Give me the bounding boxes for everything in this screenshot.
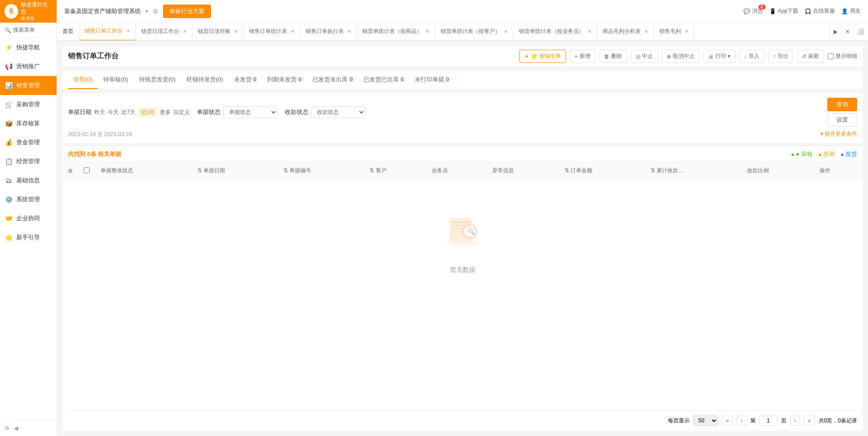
sidebar-item-sales[interactable]: 📊 销售管理 <box>0 76 57 95</box>
sub-tab-wangpu[interactable]: 旺铺待发货(0) <box>181 71 229 89</box>
tab-home[interactable]: 首页 <box>57 23 79 41</box>
online-service-button[interactable]: 🎧 在线客服 <box>805 7 835 15</box>
tab-profit-analysis-close[interactable]: ✕ <box>644 29 648 34</box>
review-button[interactable]: ● ● 审核 <box>791 150 813 158</box>
prev-page-button[interactable]: ‹ <box>737 416 747 426</box>
tab-sales-by-staff[interactable]: 销货单统计表（按业务员） ✕ <box>513 23 597 41</box>
lightning-icon: ⚡ <box>5 44 13 51</box>
tab-maximize-button[interactable]: ⬜ <box>854 23 868 41</box>
print-button[interactable]: 🖨 打印 ▾ <box>703 50 735 63</box>
tab-sales-exec-close[interactable]: ✕ <box>347 29 351 34</box>
tab-sales-stat-close[interactable]: ✕ <box>291 29 294 34</box>
ship-button[interactable]: ● 发货 <box>840 150 857 158</box>
settings-icon[interactable]: ⚙ <box>5 425 10 431</box>
first-page-button[interactable]: « <box>722 416 733 426</box>
select-all-checkbox[interactable] <box>84 167 90 173</box>
stop-icon: ◎ <box>636 53 640 60</box>
unreview-button[interactable]: ● 弃审 <box>818 150 835 158</box>
col-settings[interactable]: ⚙ <box>62 162 78 180</box>
messages-button[interactable]: 💬 消息 6 <box>743 7 763 15</box>
industry-solution-button[interactable]: 体验行业方案 <box>163 5 211 18</box>
tab-scroll-right-button[interactable]: ▶ <box>830 23 841 41</box>
col-received[interactable]: ⇅ 累计收款... <box>645 162 741 180</box>
show-detail-checkbox-label[interactable]: 显示明细 <box>828 52 857 60</box>
star-icon: ✦ <box>524 53 529 60</box>
delete-button[interactable]: 🗑 删除 <box>599 50 627 63</box>
sub-tab-not-shipped[interactable]: 未发货 0 <box>229 71 262 89</box>
expand-conditions-button[interactable]: ▾ 展开更多条件 <box>820 130 857 138</box>
sidebar-item-enterprise[interactable]: 🤝 企业协同 <box>0 209 57 228</box>
cancel-stop-button[interactable]: ⊗ 取消中止 <box>662 50 700 63</box>
sidebar-item-quick-nav[interactable]: ⚡ 快捷导航 <box>0 38 57 57</box>
stop-button[interactable]: ◎ 中止 <box>631 50 658 63</box>
sub-tab-not-printed[interactable]: 未打印单据 0 <box>409 71 455 89</box>
page-number-input[interactable] <box>759 416 777 426</box>
result-count: 0条 <box>87 151 96 157</box>
tab-sales-workbench[interactable]: 销售订单工作台 ✕ <box>79 23 136 41</box>
sidebar-item-marketing[interactable]: 📢 营销推广 <box>0 57 57 76</box>
tab-close-all-button[interactable]: ✕ <box>841 23 854 41</box>
tab-profit-analysis[interactable]: 商品毛利分析表 ✕ <box>597 23 654 41</box>
user-menu-button[interactable]: 👤 用友 <box>841 7 861 15</box>
date-option-1month[interactable]: 近1月 <box>138 108 158 117</box>
col-number[interactable]: ⇅ 单据编号 <box>278 162 364 180</box>
sub-tab-shipped-out[interactable]: 已发货已出库 0 <box>358 71 409 89</box>
tab-sales-by-product[interactable]: 销货单统计表（按商品） ✕ <box>357 23 435 41</box>
sidebar-item-search[interactable]: 🔍 搜索菜单 <box>0 23 57 38</box>
next-page-button[interactable]: › <box>790 416 800 426</box>
tab-money-daily-close[interactable]: ✕ <box>183 29 187 34</box>
tab-sales-workbench-close[interactable]: ✕ <box>126 28 130 33</box>
tab-money-clear[interactable]: 钱货日清对账 ✕ <box>192 23 244 41</box>
col-checkbox[interactable] <box>78 162 95 180</box>
add-button[interactable]: + 新增 <box>570 50 595 63</box>
tab-money-daily[interactable]: 钱货日清工作台 ✕ <box>136 23 192 41</box>
settings-gear-icon[interactable]: ⚙ <box>153 8 158 15</box>
sidebar-item-purchase[interactable]: 🛒 采购管理 <box>0 95 57 114</box>
tab-sales-by-product-close[interactable]: ✕ <box>426 29 429 34</box>
date-option-custom[interactable]: 自定义 <box>173 109 190 116</box>
tab-money-clear-close[interactable]: ✕ <box>234 29 238 34</box>
sub-tab-overdue-not-shipped[interactable]: 到期未发货 0 <box>262 71 307 89</box>
tab-sales-by-staff-close[interactable]: ✕ <box>588 29 591 34</box>
sub-tab-pending-review[interactable]: 待审核(0) <box>98 71 134 89</box>
col-date[interactable]: ⇅ 单据日期 <box>192 162 278 180</box>
tab-sales-by-customer-close[interactable]: ✕ <box>504 29 508 34</box>
settings-button[interactable]: 设置 <box>827 113 857 127</box>
col-customer[interactable]: ⇅ 客户 <box>364 162 426 180</box>
col-amount[interactable]: ⇅ 订单金额 <box>559 162 645 180</box>
sub-tab-all[interactable]: 全部(0) <box>68 71 98 89</box>
sidebar-item-finance[interactable]: 💰 资金管理 <box>0 133 57 152</box>
sub-tab-pending-delivery[interactable]: 待拣货发货(0) <box>134 71 181 89</box>
tab-sales-stat[interactable]: 销售订单统计表 ✕ <box>244 23 300 41</box>
sidebar-item-system[interactable]: ⚙️ 系统管理 <box>0 190 57 209</box>
tab-sales-by-product-label: 销货单统计表（按商品） <box>362 28 422 35</box>
sub-tab-shipped-not-out[interactable]: 已发货未出库 0 <box>307 71 358 89</box>
show-detail-checkbox[interactable] <box>828 53 834 59</box>
tab-sales-by-customer[interactable]: 销货单统计表（按客户） ✕ <box>435 23 513 41</box>
status-filter-select[interactable]: 单据状态 <box>223 106 278 118</box>
table-scroll-container[interactable]: ⚙ 单据整体状态 ⇅ 单据日期 ⇅ 单据编号 <box>62 162 863 410</box>
export-button[interactable]: ↑ 导出 <box>768 50 793 63</box>
collapse-icon[interactable]: ◀ <box>14 425 18 431</box>
sidebar-item-basic[interactable]: 🗂 基础信息 <box>0 171 57 190</box>
tab-sales-revenue-close[interactable]: ✕ <box>685 29 688 34</box>
last-page-button[interactable]: » <box>804 416 815 426</box>
tab-sales-exec[interactable]: 销售订单执行表 ✕ <box>300 23 357 41</box>
system-title-dropdown-icon[interactable]: ▾ <box>145 8 148 14</box>
sidebar-item-operation[interactable]: 📋 经营管理 <box>0 152 57 171</box>
sidebar-item-guide[interactable]: 🌟 新手引导 <box>0 228 57 247</box>
add-icon: + <box>575 53 578 60</box>
ai-smart-create-button[interactable]: ✦ 🌟 智能生单 <box>519 50 566 63</box>
date-option-today[interactable]: 今天 <box>108 109 119 116</box>
date-option-yesterday[interactable]: 昨天 <box>94 109 105 116</box>
sidebar-item-inventory[interactable]: 📦 库存核算 <box>0 114 57 133</box>
date-option-more[interactable]: 更多 <box>160 109 171 116</box>
per-page-select[interactable]: 10 20 50 100 <box>693 415 718 426</box>
payment-filter-select[interactable]: 收款状态 <box>311 106 365 118</box>
query-button[interactable]: 查询 <box>827 98 857 111</box>
refresh-button[interactable]: ↺ 刷新 <box>797 50 824 63</box>
import-button[interactable]: ↓ 导入 <box>739 50 764 63</box>
app-download-button[interactable]: 📱 App下载 <box>769 7 798 15</box>
tab-sales-revenue[interactable]: 销售毛利 ✕ <box>654 23 694 41</box>
date-option-7days[interactable]: 近7天 <box>121 109 135 116</box>
